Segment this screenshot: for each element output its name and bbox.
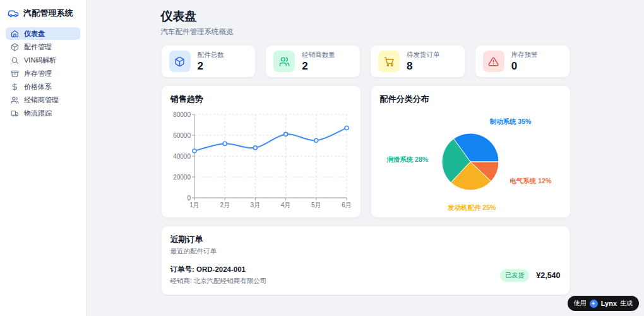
sidebar-item-inventory[interactable]: 库存管理 — [6, 67, 80, 80]
svg-text:电气系统 12%: 电气系统 12% — [510, 177, 552, 185]
lynx-logo-icon — [590, 300, 598, 308]
stat-label: 待发货订单 — [407, 51, 440, 59]
sidebar-item-label: 经销商管理 — [24, 95, 59, 105]
status-badge: 已发货 — [500, 269, 529, 282]
line-chart: 0200004000060000800001月2月3月4月5月6月 — [170, 110, 352, 210]
pie-chart: 制动系统 35%润滑系统 28%发动机配件 25%电气系统 12% — [380, 110, 561, 211]
sidebar-item-parts[interactable]: 配件管理 — [6, 40, 80, 53]
svg-text:制动系统 35%: 制动系统 35% — [489, 118, 532, 125]
sales-trend-card: 销售趋势 0200004000060000800001月2月3月4月5月6月 — [161, 85, 361, 218]
app-title: 汽配管理系统 — [23, 8, 73, 19]
stat-label: 配件总数 — [198, 51, 224, 59]
sidebar-item-pricing[interactable]: 价格体系 — [6, 80, 80, 93]
app-root: 汽配管理系统 仪表盘 配件管理 VIN码解析 库存管理 价格体系 — [0, 0, 644, 316]
order-row[interactable]: 订单号: ORD-2024-001 经销商: 北京汽配经销商有限公司 已发货 ¥… — [170, 265, 561, 286]
svg-text:0: 0 — [187, 195, 191, 202]
svg-text:3月: 3月 — [250, 202, 260, 209]
sidebar-item-label: 配件管理 — [24, 42, 52, 52]
svg-text:6月: 6月 — [342, 202, 352, 209]
users-icon — [273, 51, 295, 72]
sidebar-item-label: 价格体系 — [24, 82, 52, 92]
svg-text:2月: 2月 — [220, 202, 230, 209]
sidebar-item-label: 库存管理 — [24, 69, 52, 78]
svg-text:润滑系统 28%: 润滑系统 28% — [386, 155, 429, 163]
search-icon — [11, 56, 19, 64]
main-content: 仪表盘 汽车配件管理系统概览 配件总数 2 — [86, 0, 644, 316]
sidebar-item-vin[interactable]: VIN码解析 — [6, 54, 80, 66]
stats-row: 配件总数 2 经销商数量 2 — [161, 45, 570, 78]
order-dealer: 经销商: 北京汽配经销商有限公司 — [170, 277, 267, 286]
archive-icon — [11, 70, 19, 78]
package-icon — [11, 43, 19, 51]
stat-label: 库存预警 — [511, 51, 538, 59]
page-subtitle: 汽车配件管理系统概览 — [161, 27, 570, 37]
alert-triangle-icon — [483, 51, 504, 72]
lynx-badge-brand: Lynx — [601, 300, 617, 307]
stat-value: 2 — [302, 60, 335, 73]
stat-value: 2 — [198, 60, 224, 73]
lynx-badge[interactable]: 使用 Lynx 生成 — [568, 296, 639, 311]
order-amount: ¥2,540 — [536, 271, 560, 280]
stat-value: 0 — [511, 60, 538, 73]
charts-row: 销售趋势 0200004000060000800001月2月3月4月5月6月 配… — [161, 85, 570, 218]
lynx-badge-prefix: 使用 — [574, 299, 587, 308]
users-icon — [11, 96, 19, 104]
recent-orders-subtitle: 最近的配件订单 — [170, 247, 561, 256]
stat-card-parts-total: 配件总数 2 — [161, 45, 256, 78]
app-logo: 汽配管理系统 — [6, 6, 80, 27]
sidebar-item-label: 物流跟踪 — [24, 109, 52, 118]
svg-text:80000: 80000 — [173, 111, 191, 118]
svg-text:5月: 5月 — [311, 202, 321, 209]
sidebar: 汽配管理系统 仪表盘 配件管理 VIN码解析 库存管理 价格体系 — [0, 0, 86, 316]
svg-text:1月: 1月 — [189, 202, 200, 209]
stat-label: 经销商数量 — [302, 51, 335, 59]
dollar-icon — [11, 83, 19, 91]
truck-icon — [11, 109, 19, 118]
sidebar-item-dashboard[interactable]: 仪表盘 — [6, 27, 80, 40]
order-number: 订单号: ORD-2024-001 — [170, 265, 267, 274]
sidebar-item-label: 仪表盘 — [24, 29, 45, 39]
svg-text:40000: 40000 — [173, 153, 191, 160]
stat-card-pending-orders: 待发货订单 8 — [370, 45, 465, 78]
stat-value: 8 — [407, 60, 440, 73]
sidebar-nav: 仪表盘 配件管理 VIN码解析 库存管理 价格体系 经销商管理 — [6, 27, 80, 119]
recent-orders-card: 近期订单 最近的配件订单 订单号: ORD-2024-001 经销商: 北京汽配… — [161, 226, 570, 295]
svg-text:发动机配件 25%: 发动机配件 25% — [446, 204, 496, 211]
sidebar-item-label: VIN码解析 — [24, 56, 56, 65]
svg-text:60000: 60000 — [173, 132, 191, 139]
stat-card-stock-alerts: 库存预警 0 — [475, 45, 570, 78]
page-title: 仪表盘 — [161, 8, 570, 25]
shopping-cart-icon — [378, 51, 400, 72]
sidebar-item-dealers[interactable]: 经销商管理 — [6, 94, 80, 106]
stat-card-dealers: 经销商数量 2 — [265, 45, 361, 78]
recent-orders-title: 近期订单 — [170, 234, 561, 245]
chart-title: 配件分类分布 — [380, 94, 561, 105]
home-icon — [11, 30, 19, 38]
package-icon — [169, 51, 191, 72]
lynx-badge-suffix: 生成 — [620, 299, 633, 308]
chart-title: 销售趋势 — [170, 94, 352, 105]
svg-text:4月: 4月 — [280, 202, 290, 209]
car-icon — [8, 8, 19, 19]
svg-text:20000: 20000 — [173, 174, 191, 181]
sidebar-item-logistics[interactable]: 物流跟踪 — [6, 107, 80, 119]
category-distribution-card: 配件分类分布 制动系统 35%润滑系统 28%发动机配件 25%电气系统 12% — [371, 85, 571, 218]
